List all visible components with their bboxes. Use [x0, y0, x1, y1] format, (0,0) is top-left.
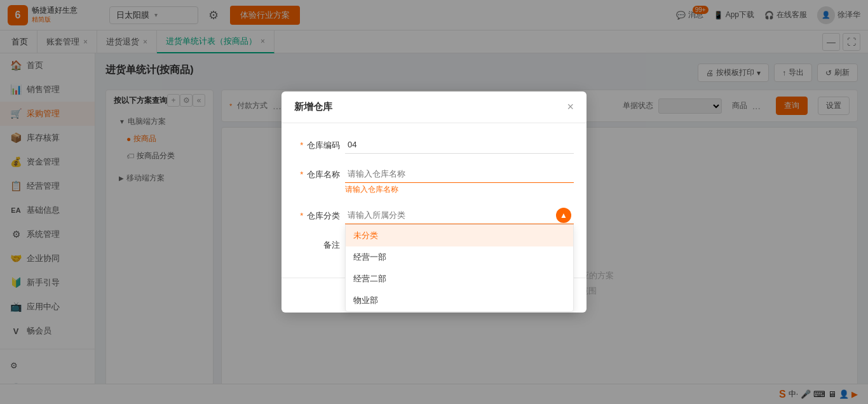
category-input[interactable] — [345, 206, 574, 224]
modal-body: * 仓库编码 * 仓库名称 请输入仓库名称 — [281, 123, 587, 278]
form-category-field: ▲ 未分类 经营一部 经营二部 物业部 — [345, 206, 574, 224]
modal-title: 新增仓库 — [294, 101, 567, 113]
category-select-wrapper: ▲ — [345, 206, 574, 224]
required-star-code: * — [300, 140, 303, 150]
form-row-name: * 仓库名称 请输入仓库名称 — [294, 165, 574, 195]
dropdown-item-uncategorized[interactable]: 未分类 — [346, 225, 573, 246]
code-input[interactable] — [345, 136, 574, 154]
form-row-category: * 仓库分类 ▲ 未分类 经营一部 — [294, 206, 574, 224]
form-note-label: 备注 — [294, 236, 345, 251]
dropdown-item-ops1[interactable]: 经营一部 — [346, 246, 573, 268]
modal-close-button[interactable]: × — [567, 100, 574, 114]
modal-header: 新增仓库 × — [281, 91, 587, 123]
modal-overlay[interactable]: 新增仓库 × * 仓库编码 * 仓库名称 — [0, 0, 868, 404]
required-star-category: * — [300, 211, 303, 220]
form-row-code: * 仓库编码 — [294, 136, 574, 154]
name-input[interactable] — [345, 165, 574, 183]
required-star-name: * — [300, 170, 303, 179]
form-category-label: * 仓库分类 — [294, 206, 345, 222]
modal-new-warehouse: 新增仓库 × * 仓库编码 * 仓库名称 — [281, 91, 587, 313]
form-code-field — [345, 136, 574, 154]
form-name-label: * 仓库名称 — [294, 165, 345, 180]
form-name-field: 请输入仓库名称 — [345, 165, 574, 195]
category-dropdown: 未分类 经营一部 经营二部 物业部 — [345, 224, 574, 312]
dropdown-item-ops2[interactable]: 经营二部 — [346, 268, 573, 290]
category-arrow-icon[interactable]: ▲ — [556, 208, 571, 223]
form-code-label: * 仓库编码 — [294, 136, 345, 151]
name-error-message: 请输入仓库名称 — [345, 184, 574, 195]
dropdown-item-property[interactable]: 物业部 — [346, 290, 573, 311]
